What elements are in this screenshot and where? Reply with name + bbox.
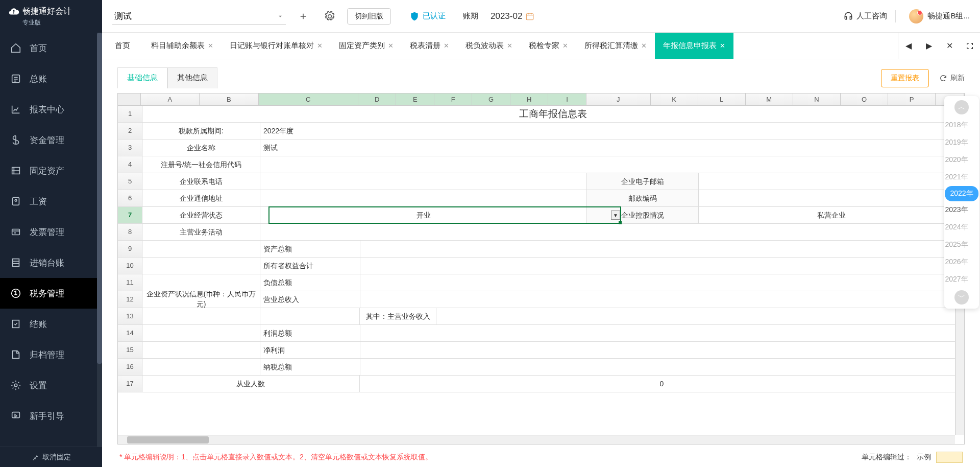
row-header-3[interactable]: 3 <box>118 139 142 156</box>
tab-3[interactable]: 税表清册✕ <box>402 33 457 59</box>
company-input[interactable] <box>112 8 286 25</box>
tab-close-6[interactable]: ✕ <box>641 42 647 50</box>
tab-4[interactable]: 税负波动表✕ <box>457 33 521 59</box>
row-header-7[interactable]: 7 <box>118 207 142 223</box>
row-header-11[interactable]: 11 <box>118 274 142 291</box>
asset-row-0[interactable]: 资产总额 <box>260 241 360 257</box>
dropdown-arrow[interactable]: ▼ <box>611 211 620 220</box>
row-header-12[interactable]: 12 <box>118 291 142 308</box>
asset-val-6[interactable] <box>360 359 964 375</box>
asset-row-4[interactable]: 利润总额 <box>260 325 360 341</box>
holding-label[interactable]: 企业控股情况 <box>587 207 699 223</box>
tab-0[interactable]: 料目辅助余额表✕ <box>143 33 222 59</box>
col-header-P[interactable]: P <box>888 94 936 105</box>
status-label[interactable]: 企业经营状态 <box>142 207 260 223</box>
tab-1[interactable]: 日记账与银行对账单核对✕ <box>222 33 331 59</box>
company-label[interactable]: 企业名称 <box>142 139 260 156</box>
sidebar-item-1[interactable]: 总账 <box>0 63 102 94</box>
tab-5[interactable]: 税检专家✕ <box>521 33 576 59</box>
asset-val-2[interactable] <box>360 274 964 291</box>
subtab-basic-info[interactable]: 基础信息 <box>117 67 167 88</box>
tab-close-1[interactable]: ✕ <box>317 42 323 50</box>
refresh-button[interactable]: 刷新 <box>939 74 965 83</box>
tab-close-3[interactable]: ✕ <box>444 42 449 50</box>
asset-row-2[interactable]: 负债总额 <box>260 274 360 291</box>
row-header-6[interactable]: 6 <box>118 190 142 206</box>
sidebar-item-11[interactable]: 设置 <box>0 370 102 401</box>
addr-label[interactable]: 企业通信地址 <box>142 190 260 206</box>
asset-val-5[interactable] <box>360 342 964 358</box>
row-header-4[interactable]: 4 <box>118 156 142 173</box>
sidebar-item-5[interactable]: 工资 <box>0 186 102 217</box>
row-header-5[interactable]: 5 <box>118 173 142 190</box>
col-header-J[interactable]: J <box>586 94 651 105</box>
tab-close-0[interactable]: ✕ <box>208 42 213 50</box>
asset-val-0[interactable] <box>360 241 964 257</box>
tab-scroll-left[interactable]: ◀ <box>898 33 919 59</box>
post-label[interactable]: 邮政编码 <box>587 190 699 206</box>
row-header-1[interactable]: 1 <box>118 106 142 122</box>
sidebar-item-2[interactable]: 报表中心 <box>0 94 102 125</box>
tab-2[interactable]: 固定资产类别✕ <box>331 33 402 59</box>
sidebar-item-6[interactable]: 发票管理 <box>0 217 102 247</box>
sidebar-scrollbar[interactable] <box>97 33 102 447</box>
post-value[interactable] <box>699 190 964 206</box>
year-2024年[interactable]: 2024年 <box>945 219 978 236</box>
mainbiz-label[interactable]: 主营业务活动 <box>142 224 260 240</box>
spreadsheet[interactable]: ABCDEFGHIJKLMNOPQ 1工商年报信息表2税款所属期间:2022年度… <box>117 93 965 445</box>
sidebar-item-0[interactable]: 首页 <box>0 33 102 63</box>
row-header-16[interactable]: 16 <box>118 359 142 375</box>
asset-val-1[interactable] <box>360 258 964 274</box>
tab-close-4[interactable]: ✕ <box>507 42 512 50</box>
col-header-C[interactable]: C <box>259 94 358 105</box>
tab-close-7[interactable]: ✕ <box>720 42 725 50</box>
sidebar-item-12[interactable]: 新手引导 <box>0 401 102 431</box>
row-header-2[interactable]: 2 <box>118 123 142 139</box>
col-header-M[interactable]: M <box>746 94 793 105</box>
tab-close-all[interactable]: ✕ <box>939 33 960 59</box>
add-button[interactable] <box>294 7 312 26</box>
holding-value[interactable]: 私营企业 <box>699 207 964 223</box>
asset-row-6[interactable]: 纳税总额 <box>260 359 360 375</box>
col-header-A[interactable]: A <box>141 94 200 105</box>
asset-row-5[interactable]: 净利润 <box>260 342 360 358</box>
tab-7[interactable]: 年报信息申报表✕ <box>655 33 733 59</box>
col-header-E[interactable]: E <box>396 94 434 105</box>
col-header-H[interactable]: H <box>510 94 548 105</box>
period-picker[interactable]: 2023-02 <box>491 11 534 21</box>
employees-value[interactable]: 0 <box>360 376 964 392</box>
row-header-10[interactable]: 10 <box>118 258 142 274</box>
row-header-14[interactable]: 14 <box>118 325 142 341</box>
col-header-L[interactable]: L <box>698 94 746 105</box>
sidebar-item-8[interactable]: 税务管理 <box>0 278 102 309</box>
unpin-button[interactable]: 取消固定 <box>0 447 102 467</box>
year-2022年[interactable]: 2022年 <box>945 186 978 201</box>
sub-income-label[interactable]: 其中：主营业务收入 <box>360 308 436 324</box>
row-header-8[interactable]: 8 <box>118 224 142 240</box>
regno-label[interactable]: 注册号/统一社会信用代码 <box>142 156 260 173</box>
asset-val[interactable] <box>360 291 964 308</box>
switch-old-version-button[interactable]: 切到旧版 <box>347 8 391 25</box>
asset-val-4[interactable] <box>360 325 964 341</box>
sidebar-item-3[interactable]: 资金管理 <box>0 125 102 155</box>
year-2018年[interactable]: 2018年 <box>945 116 978 134</box>
subtab-other-info[interactable]: 其他信息 <box>167 67 217 88</box>
phone-label[interactable]: 企业联系电话 <box>142 173 260 190</box>
company-selector[interactable] <box>112 8 286 25</box>
sidebar-item-4[interactable]: 固定资产 <box>0 155 102 186</box>
year-2023年[interactable]: 2023年 <box>945 201 978 219</box>
tab-6[interactable]: 所得税汇算清缴✕ <box>576 33 655 59</box>
addr-value[interactable] <box>260 190 587 206</box>
col-header-K[interactable]: K <box>651 94 698 105</box>
tab-fullscreen[interactable] <box>960 33 980 59</box>
sheet-hscroll[interactable] <box>118 435 955 444</box>
regno-value[interactable] <box>260 156 964 173</box>
year-down-button[interactable]: ﹀ <box>954 290 969 305</box>
row-header-9[interactable]: 9 <box>118 241 142 257</box>
phone-value[interactable] <box>260 173 587 190</box>
asset-row-3b[interactable] <box>260 308 360 324</box>
reset-report-button[interactable]: 重置报表 <box>881 69 929 87</box>
company-value[interactable]: 测试 <box>260 139 964 156</box>
status-value[interactable]: 开业 <box>260 207 587 223</box>
sidebar-item-7[interactable]: 进销台账 <box>0 247 102 278</box>
